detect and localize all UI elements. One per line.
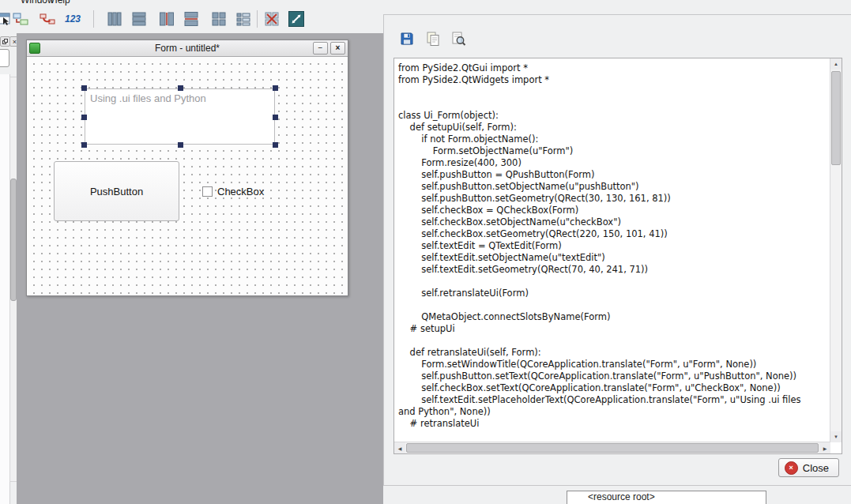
toolbar-separator: [257, 10, 258, 28]
code-text[interactable]: from PySide2.QtGui import *from PySide2.…: [394, 58, 830, 442]
resource-tree[interactable]: <resource root>: [567, 491, 766, 504]
selection-handle[interactable]: [81, 142, 87, 148]
code-horizontal-scrollbar[interactable]: ◀ ▶: [394, 442, 830, 453]
adjust-size-icon[interactable]: [285, 8, 307, 30]
code-line: self.pushButton.setObjectName(u"pushButt…: [398, 181, 830, 193]
code-line: def retranslateUi(self, Form):: [398, 347, 830, 359]
selection-handle[interactable]: [273, 115, 278, 120]
pushbutton-widget[interactable]: PushButton: [54, 161, 179, 221]
scroll-left-icon[interactable]: ◀: [394, 442, 405, 453]
copy-icon[interactable]: [424, 29, 442, 48]
code-line: self.retranslateUi(Form): [398, 288, 830, 299]
selection-handle[interactable]: [81, 115, 87, 120]
code-line: self.checkBox.setText(QCoreApplication.t…: [398, 382, 830, 394]
tab-order-icon[interactable]: 123: [62, 8, 84, 30]
form-canvas[interactable]: Using .ui files and Python PushButton Ch…: [27, 57, 348, 295]
code-line: self.checkBox.setObjectName(u"checkBox"): [398, 216, 830, 228]
code-line: [398, 335, 830, 347]
layout-horizontal-icon[interactable]: [104, 8, 126, 30]
code-line: self.checkBox.setGeometry(QRect(220, 150…: [398, 228, 830, 240]
layout-grid-icon[interactable]: [208, 8, 230, 30]
scroll-right-icon[interactable]: ▶: [819, 442, 830, 453]
code-line: self.checkBox = QCheckBox(Form): [398, 205, 830, 216]
close-x-icon: ×: [785, 461, 798, 475]
code-line: self.textEdit = QTextEdit(Form): [398, 240, 830, 252]
scrollbar-thumb[interactable]: [406, 443, 819, 453]
layout-vertical-icon[interactable]: [128, 8, 150, 30]
menu-window[interactable]: Window: [21, 0, 55, 6]
scroll-up-icon[interactable]: ▲: [830, 58, 842, 70]
code-line: self.textEdit.setObjectName(u"textEdit"): [398, 252, 830, 264]
code-line: self.pushButton.setGeometry(QRect(30, 13…: [398, 193, 830, 205]
edit-buddies-icon[interactable]: [36, 8, 58, 30]
code-line: Form.setObjectName(u"Form"): [398, 145, 830, 157]
resource-root-item[interactable]: <resource root>: [567, 491, 766, 503]
selected-textedit-widget[interactable]: Using .ui files and Python: [85, 88, 275, 145]
form-titlebar[interactable]: Form - untitled* − ×: [27, 40, 348, 57]
code-vertical-scrollbar[interactable]: ▲ ▼: [830, 58, 842, 442]
code-preview-dialog: from PySide2.QtGui import *from PySide2.…: [383, 14, 851, 486]
mdi-area: Form - untitled* − × Using .ui files and…: [17, 33, 383, 504]
code-line: [398, 299, 830, 311]
checkbox-widget[interactable]: CheckBox: [202, 185, 264, 198]
main-toolbar: 123: [0, 6, 383, 33]
form-close-button[interactable]: ×: [330, 42, 345, 55]
bottom-strip: <resource root>: [383, 486, 851, 504]
code-line: def setupUi(self, Form):: [398, 122, 830, 134]
selection-handle[interactable]: [81, 85, 87, 91]
code-line: [398, 98, 830, 110]
code-line: Form.setWindowTitle(QCoreApplication.tra…: [398, 359, 830, 370]
form-window-title: Form - untitled*: [27, 43, 348, 54]
break-layout-icon[interactable]: [261, 8, 283, 30]
layout-splitter-horizontal-icon[interactable]: [156, 8, 178, 30]
widget-box-dock: ×: [0, 33, 17, 504]
code-line: # setupUi: [398, 323, 830, 335]
code-line: class Ui_Form(object):: [398, 110, 830, 122]
selection-handle[interactable]: [178, 142, 183, 148]
code-line: Form.resize(400, 300): [398, 157, 830, 169]
code-line: from PySide2.QtGui import *: [398, 62, 830, 74]
toolbar-separator: [93, 10, 94, 28]
designer-form-window: Form - untitled* − × Using .ui files and…: [26, 39, 348, 296]
menubar: Window Help: [0, 0, 851, 6]
edit-signals-slots-icon[interactable]: [9, 8, 32, 30]
checkbox-label: CheckBox: [217, 186, 264, 197]
tab-order-label: 123: [65, 13, 81, 24]
code-line: [398, 86, 830, 98]
code-line: self.pushButton.setText(QCoreApplication…: [398, 370, 830, 382]
close-button[interactable]: × Close: [778, 458, 839, 477]
scrollbar-thumb[interactable]: [10, 179, 17, 301]
code-line: and Python", None)): [398, 406, 830, 418]
checkbox-indicator[interactable]: [202, 186, 213, 197]
save-icon[interactable]: [397, 29, 416, 48]
scrollbar-thumb[interactable]: [831, 71, 841, 165]
textedit-widget[interactable]: Using .ui files and Python: [85, 88, 275, 145]
widget-filter-input[interactable]: [0, 49, 9, 67]
code-line: # retranslateUi: [398, 418, 830, 430]
code-view[interactable]: from PySide2.QtGui import *from PySide2.…: [393, 58, 842, 454]
code-line: self.textEdit.setGeometry(QRect(70, 40, …: [398, 264, 830, 276]
code-line: [398, 276, 830, 288]
code-line: from PySide2.QtWidgets import *: [398, 74, 830, 86]
selection-handle[interactable]: [273, 142, 278, 148]
code-line: self.textEdit.setPlaceholderText(QCoreAp…: [398, 394, 830, 406]
code-line: QMetaObject.connectSlotsByName(Form): [398, 311, 830, 323]
find-icon[interactable]: [449, 29, 468, 48]
layout-splitter-vertical-icon[interactable]: [180, 8, 202, 30]
scroll-down-icon[interactable]: ▼: [830, 431, 842, 442]
form-minimize-button[interactable]: −: [313, 42, 328, 55]
close-button-label: Close: [803, 462, 829, 474]
selection-handle[interactable]: [178, 85, 183, 91]
selection-handle[interactable]: [273, 85, 278, 91]
form-window-icon: [29, 43, 40, 54]
code-line: self.pushButton = QPushButton(Form): [398, 169, 830, 181]
code-line: if not Form.objectName():: [398, 134, 830, 145]
layout-form-icon[interactable]: [232, 8, 254, 30]
menu-help[interactable]: Help: [51, 0, 70, 6]
